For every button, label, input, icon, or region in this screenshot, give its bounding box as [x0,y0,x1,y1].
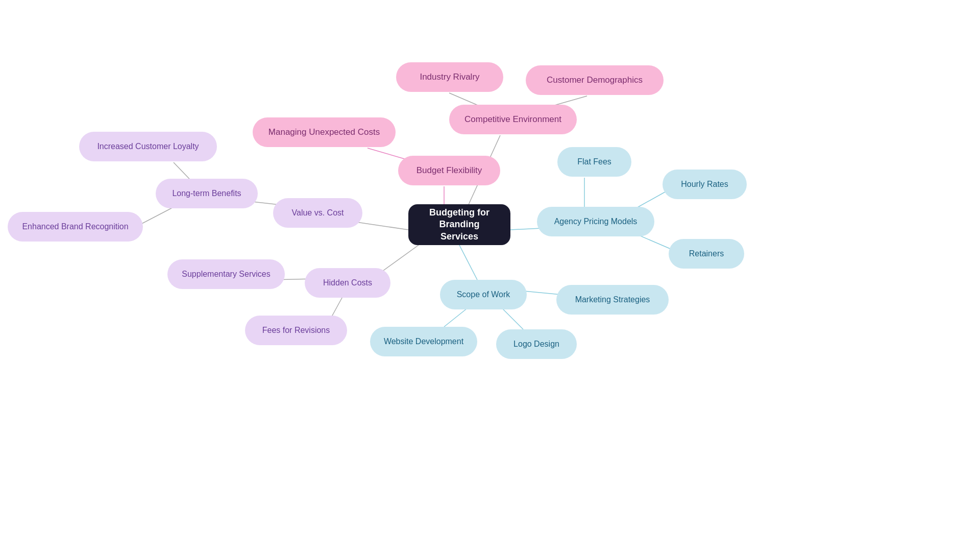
agency-pricing-models-node: Agency Pricing Models [537,207,654,236]
managing-unexpected-costs-node: Managing Unexpected Costs [253,117,396,147]
scope-of-work-label: Scope of Work [457,290,510,300]
hourly-rates-node: Hourly Rates [663,170,747,199]
supplementary-services-label: Supplementary Services [182,269,270,280]
marketing-strategies-node: Marketing Strategies [556,285,669,315]
website-development-label: Website Development [384,336,463,347]
value-vs-cost-node: Value vs. Cost [273,198,362,228]
flat-fees-node: Flat Fees [557,147,631,177]
enhanced-brand-recognition-node: Enhanced Brand Recognition [8,212,143,242]
retainers-label: Retainers [689,249,724,259]
center-node: Budgeting for Branding Services [408,204,510,245]
competitive-environment-label: Competitive Environment [464,114,561,125]
value-vs-cost-label: Value vs. Cost [292,208,344,219]
managing-unexpected-costs-label: Managing Unexpected Costs [268,127,380,138]
budget-flexibility-label: Budget Flexibility [416,165,482,176]
fees-for-revisions-label: Fees for Revisions [262,325,330,336]
increased-customer-loyalty-label: Increased Customer Loyalty [97,141,199,152]
long-term-benefits-label: Long-term Benefits [172,188,241,199]
logo-design-label: Logo Design [513,339,559,350]
marketing-strategies-label: Marketing Strategies [575,295,650,305]
hidden-costs-node: Hidden Costs [305,268,390,298]
customer-demographics-node: Customer Demographics [526,65,664,95]
customer-demographics-label: Customer Demographics [547,75,643,86]
hourly-rates-label: Hourly Rates [681,179,728,190]
competitive-environment-node: Competitive Environment [449,105,577,134]
industry-rivalry-node: Industry Rivalry [396,62,503,92]
hidden-costs-label: Hidden Costs [323,278,372,288]
industry-rivalry-label: Industry Rivalry [420,71,479,83]
website-development-node: Website Development [370,327,477,356]
supplementary-services-node: Supplementary Services [167,259,285,289]
fees-for-revisions-node: Fees for Revisions [245,316,347,345]
svg-line-16 [459,245,477,280]
scope-of-work-node: Scope of Work [440,280,527,309]
agency-pricing-models-label: Agency Pricing Models [554,217,638,227]
long-term-benefits-node: Long-term Benefits [156,179,258,208]
logo-design-node: Logo Design [496,329,577,359]
budget-flexibility-node: Budget Flexibility [398,156,500,185]
increased-customer-loyalty-node: Increased Customer Loyalty [79,132,217,161]
center-label: Budgeting for Branding Services [420,207,499,243]
flat-fees-label: Flat Fees [577,157,611,167]
enhanced-brand-recognition-label: Enhanced Brand Recognition [22,222,128,232]
retainers-node: Retainers [669,239,744,269]
